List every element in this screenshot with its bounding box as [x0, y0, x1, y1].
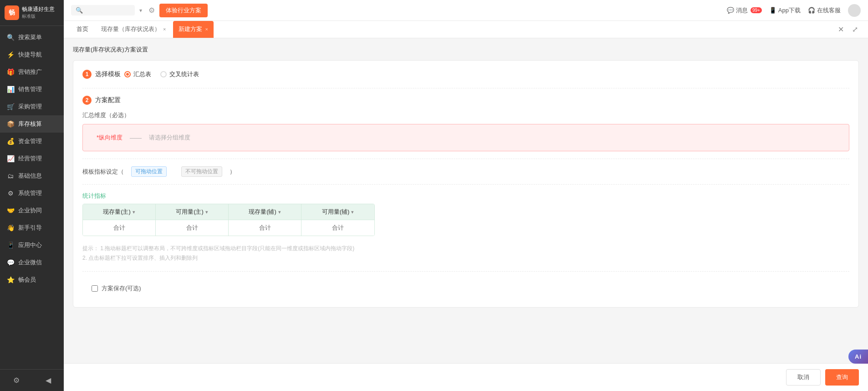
stats-table: 现存量(主) ▾ 可用量(主) ▾ 现存量(辅) ▾ 可用量(辅): [82, 204, 375, 236]
sidebar-item-label: 库存核算: [18, 120, 42, 128]
sidebar-item-purchase[interactable]: 🛒 采购管理: [0, 98, 64, 115]
topbar-gear-icon[interactable]: ⚙: [148, 6, 155, 15]
topbar-left: 🔍 ▾ ⚙ 体验行业方案: [71, 4, 208, 17]
sidebar-logo: 畅 畅康通好生意 标准版: [0, 0, 64, 26]
operations-icon: 📈: [6, 154, 15, 163]
sidebar-item-wechat[interactable]: 💬 企业微信: [0, 254, 64, 271]
quick-nav-icon: ⚡: [6, 51, 15, 59]
sidebar-item-label: 畅会员: [18, 276, 36, 284]
topbar: 🔍 ▾ ⚙ 体验行业方案 💬 消息 99+ 📱 App下载 🎧 在线客服: [64, 0, 868, 21]
stats-table-body: 合计 合计 合计 合计: [83, 220, 374, 236]
topbar-right: 💬 消息 99+ 📱 App下载 🎧 在线客服: [727, 4, 861, 17]
main-area: 🔍 ▾ ⚙ 体验行业方案 💬 消息 99+ 📱 App下载 🎧 在线客服: [64, 0, 868, 391]
col-chevron-2[interactable]: ▾: [205, 209, 208, 215]
col-header-3[interactable]: 现存量(辅) ▾: [229, 204, 301, 220]
collapse-footer-btn[interactable]: ◀: [42, 374, 55, 386]
search-icon: 🔍: [76, 7, 83, 14]
template-settings-suffix: ）: [230, 168, 235, 176]
tab-inventory[interactable]: 现存量（库存状况表） ×: [96, 21, 171, 38]
trial-btn[interactable]: 体验行业方案: [159, 4, 208, 17]
sidebar-item-app-center[interactable]: 📱 应用中心: [0, 237, 64, 254]
query-button[interactable]: 查询: [825, 369, 859, 386]
service-icon: 🎧: [808, 7, 815, 14]
newbie-icon: 👋: [6, 224, 15, 232]
app-download-btn[interactable]: 📱 App下载: [769, 6, 801, 15]
sidebar-item-search-menu[interactable]: 🔍 搜索菜单: [0, 29, 64, 46]
user-avatar[interactable]: [848, 4, 861, 17]
search-menu-icon: 🔍: [6, 33, 15, 41]
non-draggable-tag: 不可拖动位置: [181, 166, 222, 177]
col-label-4: 可用量(辅): [322, 208, 350, 216]
sidebar-item-label: 销售管理: [18, 85, 42, 93]
tab-home[interactable]: 首页: [71, 21, 94, 38]
dimension-warning-box: *纵向维度 —— 请选择分组维度: [82, 124, 849, 151]
sidebar-nav: 🔍 搜索菜单 ⚡ 快捷导航 🎁 营销推广 📊 销售管理 🛒 采购管理 📦 库存核…: [0, 26, 64, 369]
topbar-search-box[interactable]: 🔍: [71, 5, 135, 15]
sidebar-item-inventory[interactable]: 📦 库存核算: [0, 115, 64, 133]
sidebar-item-marketing[interactable]: 🎁 营销推广: [0, 63, 64, 81]
col-body-3: 合计: [229, 220, 301, 236]
ai-bubble[interactable]: Ai: [848, 350, 868, 364]
col-body-1: 合计: [83, 220, 156, 236]
tab-new-plan-close[interactable]: ×: [205, 26, 208, 32]
sidebar-item-quick-nav[interactable]: ⚡ 快捷导航: [0, 46, 64, 63]
content-area: 现存量(库存状况表)方案设置 1 选择模板 汇总表: [64, 38, 868, 363]
template-settings-row: 模板指标设定（ 可拖动位置 不可拖动位置 ）: [82, 166, 849, 177]
sidebar-item-label: 资金管理: [18, 137, 42, 145]
wechat-icon: 💬: [6, 258, 15, 267]
tabs-right-actions: ✕ ⤢: [835, 24, 861, 35]
message-btn[interactable]: 💬 消息 99+: [727, 6, 762, 15]
draggable-tag: 可拖动位置: [131, 166, 167, 177]
sidebar-item-member[interactable]: ⭐ 畅会员: [0, 271, 64, 288]
tab-new-plan[interactable]: 新建方案 ×: [173, 21, 213, 38]
col-header-2[interactable]: 可用量(主) ▾: [156, 204, 229, 220]
enterprise-icon: 🤝: [6, 206, 15, 215]
tab-inventory-close[interactable]: ×: [163, 26, 166, 32]
summary-dim-label: 汇总维度（必选）: [82, 111, 849, 119]
divider-1: [82, 88, 849, 88]
col-header-1[interactable]: 现存量(主) ▾: [83, 204, 156, 220]
divider-4: [82, 271, 849, 272]
finance-icon: 💰: [6, 137, 15, 145]
tab-expand-btn[interactable]: ⤢: [849, 24, 861, 35]
cancel-button[interactable]: 取消: [786, 369, 821, 386]
tab-close-btn[interactable]: ✕: [835, 24, 847, 35]
sidebar-item-finance[interactable]: 💰 资金管理: [0, 133, 64, 150]
sidebar-item-enterprise[interactable]: 🤝 企业协同: [0, 202, 64, 219]
col-chevron-4[interactable]: ▾: [351, 209, 354, 215]
save-checkbox[interactable]: [92, 285, 98, 292]
message-badge: 99+: [751, 7, 762, 13]
col-value-1: 合计: [113, 224, 125, 232]
online-service-btn[interactable]: 🎧 在线客服: [808, 6, 841, 15]
system-icon: ⚙: [6, 189, 15, 197]
sidebar-item-system[interactable]: ⚙ 系统管理: [0, 185, 64, 202]
sidebar-item-operations[interactable]: 📈 经营管理: [0, 150, 64, 167]
page-title: 现存量(库存状况表)方案设置: [73, 46, 859, 54]
stats-section-title: 统计指标: [82, 192, 849, 200]
step1-header: 1 选择模板 汇总表 交叉统计表: [82, 70, 849, 79]
settings-footer-btn[interactable]: ⚙: [10, 374, 23, 386]
search-input[interactable]: [86, 7, 131, 14]
col-label-2: 可用量(主): [176, 208, 204, 216]
col-chevron-3[interactable]: ▾: [278, 209, 281, 215]
radio-summary[interactable]: 汇总表: [124, 70, 151, 78]
dim-placeholder: 请选择分组维度: [149, 134, 190, 142]
sidebar-item-label: 营销推广: [18, 68, 42, 76]
col-label-1: 现存量(主): [103, 208, 131, 216]
settings-panel: 1 选择模板 汇总表 交叉统计表: [73, 60, 859, 308]
col-value-2: 合计: [186, 224, 198, 232]
sidebar-item-label: 基础信息: [18, 172, 42, 180]
search-chevron-icon[interactable]: ▾: [139, 7, 142, 14]
sidebar-item-newbie[interactable]: 👋 新手引导: [0, 219, 64, 237]
col-header-4[interactable]: 可用量(辅) ▾: [301, 204, 374, 220]
step2-header: 2 方案配置: [82, 96, 849, 105]
tip-2: 2. 点击标题栏下拉可设置排序、插入列和删除列: [82, 254, 849, 262]
sidebar-item-basic-info[interactable]: 🗂 基础信息: [0, 167, 64, 185]
inventory-icon: 📦: [6, 120, 15, 128]
radio-cross[interactable]: 交叉统计表: [160, 70, 199, 78]
col-chevron-1[interactable]: ▾: [133, 209, 135, 215]
sidebar-item-sales[interactable]: 📊 销售管理: [0, 81, 64, 98]
member-icon: ⭐: [6, 276, 15, 284]
sidebar-footer: ⚙ ◀: [0, 369, 64, 391]
sidebar-item-label: 快捷导航: [18, 51, 42, 59]
